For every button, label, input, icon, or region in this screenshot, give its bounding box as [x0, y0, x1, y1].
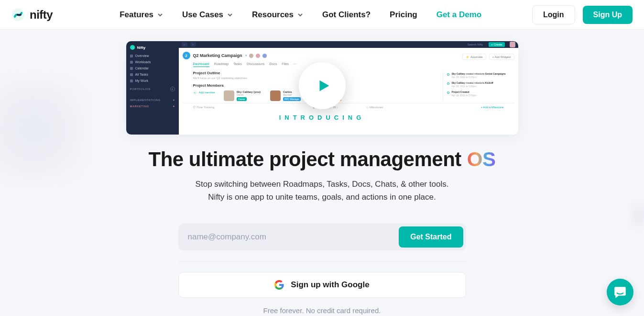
subhead-line-1: Stop switching between Roadmaps, Tasks, … — [196, 178, 449, 191]
google-icon — [274, 280, 284, 290]
email-input[interactable] — [181, 226, 399, 248]
site-header: nifty Features Use Cases Resources Got C… — [0, 0, 644, 30]
demo-tabs: Dashboard Roadmap Tasks Discussions Docs… — [183, 61, 296, 69]
nav-resources[interactable]: Resources — [252, 10, 303, 20]
chat-icon — [613, 285, 627, 299]
demo-nav-workloads: Workloads — [130, 59, 175, 65]
demo-sidebar: Nifty Overview Workloads Calendar All Ta… — [126, 41, 179, 135]
signup-button[interactable]: Sign Up — [583, 6, 633, 24]
product-video-card: INTRODUCING Nifty Overview Workloads Cal… — [126, 41, 518, 135]
demo-nav-my-work: My Work — [130, 78, 175, 84]
nav-label: Features — [120, 10, 153, 20]
hero-section: INTRODUCING Nifty Overview Workloads Cal… — [0, 30, 644, 316]
demo-create-button: + Create — [489, 42, 504, 47]
divider — [178, 261, 466, 261]
demo-breadcrumb: 2 Q2 Marketing Campaign ▾ — [183, 50, 296, 61]
demo-add-milestone: + Add a Milestone — [481, 106, 504, 109]
demo-section-implementations: IMPLEMENTATIONS▾ — [130, 91, 175, 102]
demo-tab-discussions: Discussions — [247, 62, 264, 67]
introducing-label: INTRODUCING — [279, 114, 365, 121]
demo-footer: ⏱ Time Tracking 📅 Apr 23 – Apr 29 › ◇ Mi… — [183, 103, 514, 111]
demo-activity-item: Sky Calibey created milestone KickoffApr… — [447, 80, 514, 89]
google-signup-button[interactable]: Sign up with Google — [178, 272, 466, 298]
demo-member: Sky Calibey (you)OwnerOwner — [224, 90, 261, 101]
demo-member: CarlosMemberPPC Manager — [270, 90, 301, 101]
demo-tab-tasks: Tasks — [233, 62, 242, 67]
headline-os: OS — [467, 148, 496, 171]
demo-avatar — [510, 42, 515, 47]
demo-milestones: ◇ Milestones — [366, 105, 383, 109]
chat-launcher[interactable] — [607, 279, 633, 305]
demo-logo-text: Nifty — [137, 45, 146, 50]
demo-automate-pill: ⚡ Automate — [462, 54, 486, 60]
email-signup-form: Get Started — [178, 224, 466, 250]
google-signup-label: Sign up with Google — [291, 280, 369, 290]
play-icon — [316, 78, 332, 94]
get-started-button[interactable]: Get Started — [399, 226, 463, 248]
demo-tab-dashboard: Dashboard — [193, 62, 209, 67]
demo-time-tracking: ⏱ Time Tracking — [193, 106, 215, 109]
nav-label: Pricing — [390, 10, 417, 20]
headline-text: The ultimate project management — [149, 148, 461, 171]
login-button[interactable]: Login — [532, 5, 575, 24]
demo-add-widgets-pill: + Add Widgets — [489, 54, 514, 60]
nav-label: Got Clients? — [322, 10, 371, 20]
primary-nav: Features Use Cases Resources Got Clients… — [120, 10, 481, 20]
demo-topbar: ‹ › Search Nifty + Create — [179, 41, 518, 48]
nav-features[interactable]: Features — [120, 10, 163, 20]
logo-text: nifty — [30, 8, 53, 22]
fine-print: Free forever. No credit card required. — [263, 306, 381, 315]
demo-tab-roadmap: Roadmap — [214, 62, 229, 67]
demo-tab-files: Files — [282, 62, 289, 67]
demo-project-number: 2 — [183, 52, 190, 59]
demo-tab-more: ··· — [294, 62, 296, 67]
logo-icon — [11, 8, 25, 22]
demo-tab-docs: Docs — [269, 62, 277, 67]
chevron-down-icon — [227, 12, 233, 18]
demo-search: Search Nifty — [468, 43, 483, 46]
header-actions: Login Sign Up — [532, 5, 633, 24]
play-button[interactable] — [299, 62, 346, 109]
nav-got-clients[interactable]: Got Clients? — [322, 10, 371, 20]
nav-label: Use Cases — [182, 10, 223, 20]
hero-headline: The ultimate project management OS — [149, 148, 496, 171]
nav-pricing[interactable]: Pricing — [390, 10, 417, 20]
demo-activity-item: Project CreatedApr 18, 2022 at 5:00pm — [447, 89, 514, 98]
nav-label: Resources — [252, 10, 294, 20]
chevron-down-icon — [297, 12, 303, 18]
nav-get-demo[interactable]: Get a Demo — [437, 10, 481, 20]
chevron-down-icon — [157, 12, 163, 18]
demo-nav-all-tasks: All Tasks — [130, 71, 175, 78]
subhead-line-2: Nifty is one app to unite teams, goals, … — [196, 191, 449, 203]
demo-add-member: +Add member — [193, 90, 215, 94]
nav-use-cases[interactable]: Use Cases — [182, 10, 233, 20]
demo-section-marketing: MARKETING▾ — [130, 102, 175, 108]
hero-subhead: Stop switching between Roadmaps, Tasks, … — [196, 178, 449, 203]
demo-fwd-icon: › — [190, 42, 196, 47]
logo[interactable]: nifty — [11, 8, 53, 22]
demo-nav-overview: Overview — [130, 53, 175, 59]
nav-label: Get a Demo — [437, 10, 481, 20]
demo-project-title: Q2 Marketing Campaign — [193, 53, 242, 58]
demo-logo-icon — [130, 45, 135, 50]
demo-back-icon: ‹ — [182, 42, 187, 47]
demo-activity-feed: Sky Calibey created milestone Social Cam… — [443, 71, 514, 101]
demo-section-portfolios: PORTFOLIOS+ — [130, 84, 175, 91]
demo-activity-item: Sky Calibey created milestone Social Cam… — [447, 71, 514, 80]
demo-nav-calendar: Calendar — [130, 65, 175, 71]
